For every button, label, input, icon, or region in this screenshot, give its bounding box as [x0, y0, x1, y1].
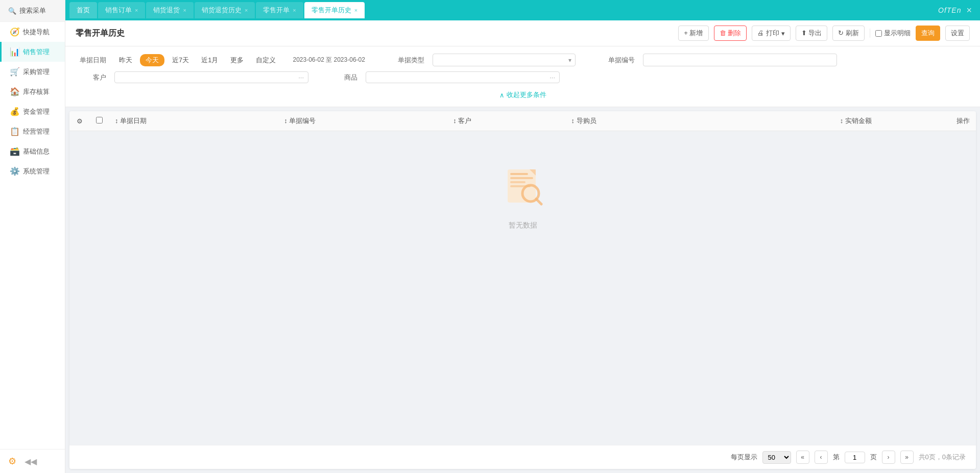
- doc-type-label: 单据类型: [394, 56, 424, 65]
- th-check[interactable]: [90, 111, 109, 131]
- product-input[interactable]: [370, 73, 549, 81]
- sidebar-item-sys-mgmt[interactable]: ⚙️系统管理: [0, 161, 65, 181]
- quick-nav-icon: 🧭: [10, 27, 19, 37]
- page-title: 零售开单历史: [76, 28, 125, 39]
- sidebar-item-inventory[interactable]: 🏠库存核算: [0, 82, 65, 102]
- prev-page-btn[interactable]: ‹: [815, 451, 828, 464]
- purchase-mgmt-icon: 🛒: [10, 67, 19, 77]
- date-btn-更多[interactable]: 更多: [226, 54, 248, 66]
- doc-no-input[interactable]: [643, 54, 837, 66]
- sidebar-item-label-sys-mgmt: 系统管理: [23, 167, 50, 176]
- settings-icon[interactable]: ⚙: [8, 456, 16, 467]
- sidebar-item-operations[interactable]: 📋经营管理: [0, 121, 65, 141]
- collapse-icon: ∧: [499, 91, 505, 99]
- next-page-btn[interactable]: ›: [882, 451, 895, 464]
- window-close-btn[interactable]: ×: [966, 5, 972, 16]
- query-button[interactable]: 查询: [916, 26, 940, 41]
- sidebar-item-label-purchase-mgmt: 采购管理: [23, 67, 50, 77]
- tab-sales-order[interactable]: 销售订单×: [98, 2, 145, 18]
- tab-close-sales-return-history[interactable]: ×: [245, 7, 248, 13]
- tab-home[interactable]: 首页: [69, 2, 97, 18]
- tab-label-sales-return-history: 销货退货历史: [202, 6, 242, 15]
- date-btn-昨天[interactable]: 昨天: [114, 54, 137, 66]
- select-all-checkbox[interactable]: [96, 117, 103, 123]
- main-area: 首页销售订单×销货退货×销货退货历史×零售开单×零售开单历史× OfTEn × …: [65, 0, 980, 473]
- sidebar-search[interactable]: 🔍 搜索采单: [0, 0, 65, 22]
- sidebar-item-label-sales-mgmt: 销售管理: [23, 47, 50, 57]
- product-ellipsis-btn[interactable]: ···: [549, 73, 555, 81]
- show-detail-checkbox[interactable]: [875, 30, 882, 37]
- date-buttons: 昨天今天近7天近1月更多自定义: [114, 54, 280, 66]
- tab-list: 首页销售订单×销货退货×销货退货历史×零售开单×零售开单历史×: [69, 2, 365, 18]
- doc-type-select[interactable]: [433, 54, 576, 66]
- print-arrow-icon: ▾: [781, 30, 785, 37]
- doc-no-label: 单据编号: [604, 56, 635, 65]
- sidebar-item-sales-mgmt[interactable]: 📊销售管理: [0, 42, 65, 62]
- sidebar-search-label: 搜索采单: [19, 6, 46, 15]
- th-date-label: ↕ 单据日期: [115, 117, 147, 125]
- column-settings-icon[interactable]: ⚙: [77, 117, 83, 125]
- th-amount-label: ↕ 实销金额: [840, 117, 872, 125]
- date-btn-今天[interactable]: 今天: [140, 54, 164, 66]
- product-filter-label: 商品: [337, 73, 357, 82]
- th-amount: ↕ 实销金额: [709, 111, 878, 131]
- sidebar-item-finance[interactable]: 💰资金管理: [0, 102, 65, 121]
- th-settings[interactable]: ⚙: [69, 111, 90, 131]
- sidebar-item-label-base-info: 基础信息: [23, 147, 50, 156]
- tab-sales-return[interactable]: 销货退货×: [146, 2, 193, 18]
- sidebar-item-base-info[interactable]: 🗃️基础信息: [0, 141, 65, 161]
- tab-retail-history[interactable]: 零售开单历史×: [304, 2, 365, 18]
- sidebar-item-purchase-mgmt[interactable]: 🛒采购管理: [0, 62, 65, 82]
- th-salesperson-label: ↕ 导购员: [571, 117, 596, 125]
- tab-retail-open[interactable]: 零售开单×: [256, 2, 303, 18]
- customer-input-wrapper[interactable]: ···: [114, 71, 308, 83]
- page-label-post: 页: [870, 453, 877, 462]
- tab-close-retail-history[interactable]: ×: [354, 7, 357, 13]
- delete-button[interactable]: 🗑 删除: [714, 26, 747, 41]
- tab-label-home: 首页: [77, 6, 90, 15]
- customer-filter-label: 客户: [76, 73, 106, 82]
- toolbar: + 新增 🗑 删除 🖨 打印 ▾ ⬆ 导出 ↻ 刷新 显示明细 查询 设置: [678, 26, 970, 41]
- print-button[interactable]: 🖨 打印 ▾: [752, 26, 791, 41]
- add-button[interactable]: + 新增: [678, 26, 708, 41]
- customer-input[interactable]: [119, 73, 298, 81]
- product-input-wrapper[interactable]: ···: [366, 71, 560, 83]
- date-label: 单据日期: [76, 56, 106, 65]
- per-page-select[interactable]: 50 10 20 100: [762, 451, 791, 464]
- tab-close-sales-order[interactable]: ×: [135, 7, 138, 13]
- tab-label-sales-order: 销售订单: [105, 6, 132, 15]
- tab-sales-return-history[interactable]: 销货退货历史×: [195, 2, 255, 18]
- collapse-more-btn[interactable]: ∧ 收起更多条件: [76, 88, 970, 102]
- date-btn-近1月[interactable]: 近1月: [197, 54, 223, 66]
- settings-filter-button[interactable]: 设置: [945, 26, 970, 41]
- th-customer-label: ↕ 客户: [453, 117, 471, 125]
- page-header: 零售开单历史 + 新增 🗑 删除 🖨 打印 ▾ ⬆ 导出 ↻ 刷新 显示明细 查…: [65, 20, 980, 46]
- svg-rect-1: [510, 173, 528, 175]
- date-btn-近7天[interactable]: 近7天: [168, 54, 194, 66]
- table-header-row: ⚙ ↕ 单据日期 ↕ 单据编号 ↕ 客户: [69, 111, 976, 131]
- sidebar: 🔍 搜索采单 🧭快捷导航📊销售管理🛒采购管理🏠库存核算💰资金管理📋经营管理🗃️基…: [0, 0, 65, 473]
- show-detail-label[interactable]: 显示明细: [875, 29, 911, 38]
- filter-area: 单据日期 昨天今天近7天近1月更多自定义 2023-06-02 至 2023-0…: [65, 46, 980, 107]
- tab-close-retail-open[interactable]: ×: [293, 7, 296, 13]
- export-button[interactable]: ⬆ 导出: [796, 26, 828, 41]
- tab-label-retail-history: 零售开单历史: [312, 6, 351, 15]
- th-salesperson: ↕ 导购员: [565, 111, 708, 131]
- doc-type-select-wrapper: [433, 54, 576, 66]
- last-page-btn[interactable]: »: [900, 451, 914, 464]
- collapse-label: 收起更多条件: [507, 90, 546, 99]
- collapse-icon[interactable]: ◀◀: [25, 457, 37, 466]
- th-date: ↕ 单据日期: [109, 111, 278, 131]
- tab-close-sales-return[interactable]: ×: [183, 7, 186, 13]
- first-page-btn[interactable]: «: [796, 451, 809, 464]
- page-number-input[interactable]: [845, 452, 865, 463]
- sidebar-item-label-finance: 资金管理: [23, 107, 50, 116]
- date-btn-自定义[interactable]: 自定义: [251, 54, 280, 66]
- operations-icon: 📋: [10, 127, 19, 136]
- customer-ellipsis-btn[interactable]: ···: [298, 73, 304, 81]
- tab-label-retail-open: 零售开单: [263, 6, 290, 15]
- sidebar-item-quick-nav[interactable]: 🧭快捷导航: [0, 22, 65, 42]
- data-table: ⚙ ↕ 单据日期 ↕ 单据编号 ↕ 客户: [69, 111, 976, 131]
- tab-bar-right: OfTEn ×: [938, 5, 976, 16]
- refresh-button[interactable]: ↻ 刷新: [832, 26, 865, 41]
